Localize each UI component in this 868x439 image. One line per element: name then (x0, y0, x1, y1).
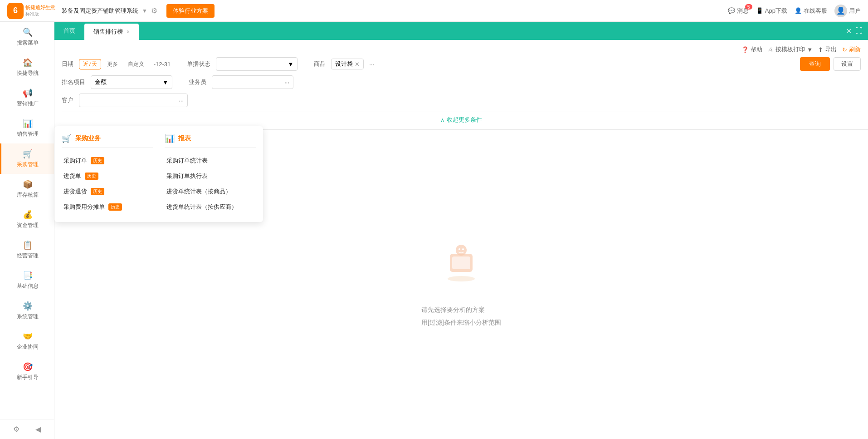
user-item[interactable]: 👤 用户 (834, 5, 861, 17)
status-filter-label: 单据状态 (187, 60, 210, 68)
sidebar-item-quicknav[interactable]: 🏠 快捷导航 (0, 52, 54, 83)
report-po-exec-item[interactable]: 采购订单执行表 (165, 168, 256, 184)
print-icon: 🖨 (768, 46, 774, 53)
print-dropdown-icon[interactable]: ▼ (807, 46, 813, 53)
print-button[interactable]: 🖨 按模板打印 ▼ (768, 45, 813, 54)
product-tag-close[interactable]: ✕ (355, 61, 360, 68)
report-receipt-product-item[interactable]: 进货单统计表（按商品） (165, 184, 256, 199)
phone-icon: 📱 (756, 7, 763, 14)
tab-close-window-icon[interactable]: ✕ (846, 27, 852, 35)
filter-divider (62, 112, 861, 112)
report-receipt-supplier-item[interactable]: 进货单统计表（按供应商） (165, 199, 256, 215)
filter-area: ❓ 帮助 🖨 按模板打印 ▼ ⬆ 导出 ↻ 刷新 (54, 40, 868, 130)
purchase-col-title: 🛒 采购业务 (62, 133, 153, 148)
query-button[interactable]: 查询 (800, 57, 830, 71)
rank-filter-label: 排名项目 (62, 78, 85, 86)
report-receipt-product-label: 进货单统计表（按商品） (166, 187, 231, 196)
empty-text-area: 请先选择要分析的方案 用[过滤]条件来缩小分析范围 (421, 303, 501, 329)
app-download-item[interactable]: 📱 App下载 (756, 7, 787, 15)
refresh-button[interactable]: ↻ 刷新 (842, 45, 861, 54)
industry-button[interactable]: 体验行业方案 (166, 4, 215, 18)
purchase-order-item[interactable]: 采购订单 历史 (62, 153, 153, 168)
customer-select[interactable]: ··· (79, 94, 188, 107)
content-area: 首页 销售排行榜 × ✕ ⛶ ❓ 帮助 (54, 22, 868, 439)
sidebar-collapse-icon[interactable]: ◀ (35, 425, 41, 434)
sidebar-item-inventory[interactable]: 📦 库存核算 (0, 174, 54, 204)
sidebar-item-marketing[interactable]: 📢 营销推广 (0, 83, 54, 113)
sidebar-item-sales[interactable]: 📊 销售管理 (0, 113, 54, 143)
sidebar-item-operations[interactable]: 📋 经营管理 (0, 235, 54, 265)
search-icon: 🔍 (23, 27, 33, 37)
tab-sales-rank[interactable]: 销售排行榜 × (84, 24, 139, 40)
customer-select-more[interactable]: ··· (179, 97, 184, 104)
sidebar-item-system[interactable]: ⚙️ 系统管理 (0, 296, 54, 326)
purchase-return-history[interactable]: 历史 (91, 188, 104, 195)
sidebar-label-sales: 销售管理 (17, 130, 39, 138)
tab-home[interactable]: 首页 (54, 22, 84, 40)
sidebar-label-purchase: 采购管理 (17, 161, 39, 168)
svg-rect-2 (452, 256, 470, 269)
avatar: 👤 (834, 5, 847, 17)
report-po-exec-label: 采购订单执行表 (166, 172, 208, 180)
salesperson-select-arrow: ··· (284, 79, 289, 86)
collab-icon: 🤝 (23, 331, 33, 341)
title-dropdown-arrow[interactable]: ▼ (142, 8, 147, 14)
inventory-icon: 📦 (23, 179, 33, 189)
online-service-label: 在线客服 (804, 7, 827, 15)
customer-filter-row: 客户 ··· (62, 94, 861, 107)
app-download-label: App下载 (765, 7, 787, 15)
tab-maximize-icon[interactable]: ⛶ (855, 27, 863, 35)
help-button[interactable]: ❓ 帮助 (741, 45, 762, 54)
sidebar-label-quicknav: 快捷导航 (17, 69, 39, 77)
tab-home-label: 首页 (63, 27, 75, 35)
settings-button[interactable]: 设置 (834, 57, 861, 71)
product-more-icon[interactable]: ··· (369, 61, 374, 68)
sidebar-settings-icon[interactable]: ⚙ (13, 425, 20, 434)
logo-icon: 6 (7, 3, 24, 19)
sidebar-label-inventory: 库存核算 (17, 191, 39, 199)
collapse-button[interactable]: ∧ 收起更多条件 (440, 116, 482, 124)
export-button[interactable]: ⬆ 导出 (818, 45, 837, 54)
time-btn-7days[interactable]: 近7天 (79, 59, 101, 69)
system-title-text: 装备及固定资产辅助管理系统 (62, 7, 138, 15)
salesperson-select[interactable]: ··· (212, 75, 293, 89)
report-receipt-supplier-label: 进货单统计表（按供应商） (166, 203, 237, 211)
purchase-title-icon: 🛒 (62, 133, 72, 143)
refresh-icon: ↻ (842, 46, 847, 53)
time-btn-more[interactable]: 更多 (103, 59, 122, 69)
message-item[interactable]: 💬 消息 5 (728, 7, 749, 15)
operations-icon: 📋 (23, 240, 33, 250)
purchase-expense-history[interactable]: 历史 (108, 203, 122, 211)
sidebar-item-collab[interactable]: 🤝 企业协同 (0, 326, 54, 356)
purchase-return-item[interactable]: 进货退货 历史 (62, 184, 153, 199)
purchase-receipt-label: 进货单 (63, 172, 81, 180)
report-po-stats-item[interactable]: 采购订单统计表 (165, 153, 256, 168)
purchase-receipt-item[interactable]: 进货单 历史 (62, 168, 153, 184)
logo-name: 畅捷通好生意 (25, 4, 55, 10)
system-settings-icon[interactable]: ⚙ (151, 6, 157, 15)
sidebar-item-search[interactable]: 🔍 搜索菜单 (0, 22, 54, 52)
service-icon: 👤 (795, 7, 802, 14)
home-icon: 🏠 (23, 58, 33, 68)
sidebar-item-purchase[interactable]: 🛒 采购管理 (0, 143, 54, 174)
purchase-receipt-history[interactable]: 历史 (85, 173, 98, 180)
purchase-order-history[interactable]: 历史 (91, 157, 104, 164)
tab-close-icon[interactable]: × (127, 29, 130, 35)
product-filter-label: 商品 (314, 60, 326, 68)
status-select[interactable]: ▼ (216, 57, 297, 71)
report-title-icon: 📊 (165, 133, 175, 143)
purchase-expense-item[interactable]: 采购费用分摊单 历史 (62, 199, 153, 215)
sidebar-item-finance[interactable]: 💰 资金管理 (0, 204, 54, 235)
rank-select-value: 金额 (95, 78, 107, 86)
rank-select[interactable]: 金额 ▼ (91, 75, 172, 89)
online-service-item[interactable]: 👤 在线客服 (795, 7, 827, 15)
collapse-label: 收起更多条件 (447, 116, 482, 124)
empty-illustration (439, 240, 484, 294)
basicinfo-icon: 📑 (23, 271, 33, 281)
svg-point-4 (458, 248, 460, 250)
sidebar-item-guide[interactable]: 🎯 新手引导 (0, 356, 54, 387)
purchase-col-title-text: 采购业务 (75, 134, 101, 143)
time-btn-custom[interactable]: 自定义 (124, 59, 148, 69)
sidebar-item-basicinfo[interactable]: 📑 基础信息 (0, 265, 54, 296)
purchase-col: 🛒 采购业务 采购订单 历史 进货单 历史 进货退货 (62, 133, 153, 215)
